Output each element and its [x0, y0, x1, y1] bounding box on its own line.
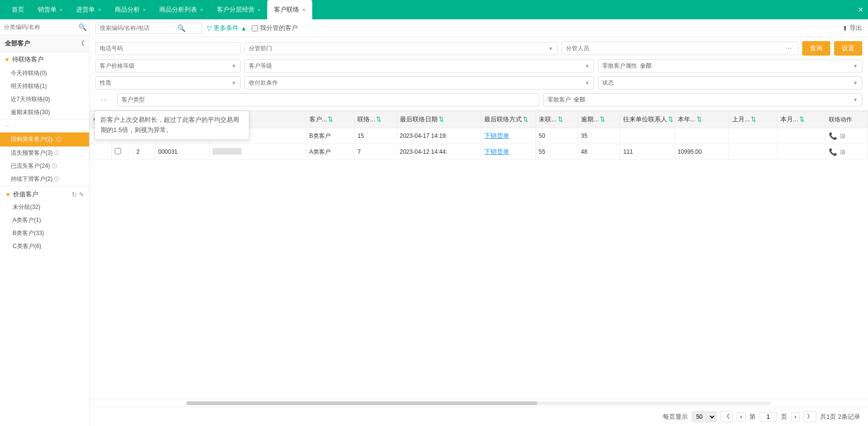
category-search-input[interactable] [4, 24, 76, 30]
sidebar-item-declining[interactable]: 持续下滑客户(2) ⓘ [0, 173, 89, 186]
close-goods-list-tab[interactable]: × [200, 7, 203, 13]
col-last-method[interactable]: 最后联络方式⇅ [481, 111, 535, 128]
col-grade[interactable]: 客户...⇅ [306, 111, 354, 128]
export-button[interactable]: ⬆ 导出 [842, 24, 862, 32]
gender-dropdown-icon: ▼ [231, 80, 236, 86]
sidebar-item-lost[interactable]: 已流失客户(24) ⓘ [0, 160, 89, 173]
table-footer: 每页显示 50 20 100 《 ‹ 第 页 › 》 共1页 2条记录 [90, 407, 868, 426]
phone-field[interactable]: 电话号码 [95, 42, 241, 55]
col-last-month[interactable]: 上月...⇅ [729, 111, 777, 128]
col-last-date[interactable]: 最后联络日期⇅ [396, 111, 481, 128]
grid-icon-1[interactable]: ⊞ [840, 132, 846, 140]
retail-attr-field[interactable]: 零散客户属性 全部 ▼ [598, 59, 862, 73]
cell-last-method-1[interactable]: 下销货单 [481, 128, 535, 144]
col-contacts[interactable]: 联络...⇅ [354, 111, 396, 128]
value-expand-arrow: ▼ [5, 191, 11, 198]
col-this-month[interactable]: 本月...⇅ [777, 111, 825, 128]
sidebar-item-c-class[interactable]: C类客户(6) [5, 240, 84, 253]
edit-icon[interactable]: ✎ [79, 191, 84, 198]
nav-customer-contact[interactable]: 客户联络 × [267, 0, 312, 19]
cell-last-date-1: 2023-04-17 14:19: [396, 128, 481, 144]
cell-last-method-2[interactable]: 下销货单 [481, 144, 535, 160]
nav-goods-analysis[interactable]: 商品分析 × [108, 0, 152, 19]
my-customers-check[interactable] [252, 25, 258, 31]
sort-contacts-icon: ⇅ [376, 116, 381, 123]
last-method-link-1[interactable]: 下销货单 [484, 132, 509, 139]
more-conditions-btn[interactable]: ▽ 更多条件 ▲ [207, 24, 247, 32]
close-customer-tier-tab[interactable]: × [258, 7, 260, 13]
window-close-button[interactable]: × [858, 5, 863, 15]
sidebar-item-ungroup[interactable]: 未分组(32) [5, 201, 84, 214]
sidebar-item-tomorrow[interactable]: 明天待联络(1) [0, 80, 89, 93]
person-field[interactable]: 分管人员 ··· [562, 42, 798, 55]
payment-dropdown-icon: ▼ [585, 80, 590, 86]
status-dropdown-icon: ▼ [853, 80, 858, 86]
pending-contact-group[interactable]: ▼ 待联络客户 [0, 52, 89, 67]
price-grade-field[interactable]: 客户价格等级 ▼ [95, 59, 241, 73]
close-purchase-tab[interactable]: × [98, 7, 101, 13]
dept-field[interactable]: 分管部门 ▼ [244, 42, 558, 55]
sidebar-item-loss-warning[interactable]: 流失预警客户(3) ⓘ [0, 147, 89, 160]
sidebar-search-area: 🔍 [0, 19, 89, 35]
row4-dots[interactable]: ··· [99, 96, 109, 104]
nav-customer-tier[interactable]: 客户分层经营 × [210, 0, 267, 19]
horizontal-scrollbar[interactable] [90, 399, 868, 407]
filter-row-2: 客户价格等级 ▼ 客户等级 ▼ 零散客户属性 全部 ▼ [95, 59, 862, 73]
cell-checkbox-2[interactable] [111, 144, 133, 160]
scrollbar-thumb[interactable] [186, 401, 537, 405]
payment-field[interactable]: 收付款条件 ▼ [244, 76, 594, 89]
call-icon-1[interactable]: 📞 [829, 132, 837, 140]
cell-company-2: 111 [620, 144, 674, 160]
info-icon-loss: ⓘ [54, 150, 60, 156]
col-no-contact[interactable]: 未联...⇅ [535, 111, 578, 128]
grid-icon-2[interactable]: ⊞ [840, 148, 846, 156]
per-page-select[interactable]: 50 20 100 [692, 411, 716, 422]
table-container[interactable]: ⚙ 客户编码⇅ 客户名称⇅ 客户...⇅ [90, 111, 868, 399]
first-page-btn[interactable]: 《 [720, 411, 733, 422]
next-page-btn[interactable]: › [791, 412, 800, 422]
last-page-btn[interactable]: 》 [804, 411, 816, 422]
cell-year-2: 10995.00 [674, 144, 729, 160]
status-field[interactable]: 状态 ▼ [598, 76, 862, 89]
customer-grade-field[interactable]: 客户等级 ▼ [244, 59, 594, 73]
last-method-link-2[interactable]: 下销货单 [484, 148, 509, 155]
row2-checkbox[interactable] [115, 148, 121, 154]
refresh-icon[interactable]: ↻ [72, 191, 77, 198]
nav-purchase[interactable]: 进货单 × [69, 0, 107, 19]
my-customers-checkbox[interactable]: 我分管的客户 [252, 24, 298, 32]
info-icon-declining: ⓘ [54, 176, 60, 182]
collapse-icon[interactable]: 《 [78, 39, 84, 48]
nav-goods-list[interactable]: 商品分析列表 × [152, 0, 210, 19]
sidebar-item-overdue[interactable]: 逾期未联络(30) [0, 106, 89, 119]
col-year[interactable]: 本年...⇅ [674, 111, 729, 128]
col-overdue[interactable]: 逾期...⇅ [578, 111, 620, 128]
sort-no-contact-icon: ⇅ [558, 116, 563, 123]
more-items-dots[interactable]: ··· [0, 119, 89, 132]
close-sales-tab[interactable]: × [60, 7, 62, 13]
nav-home[interactable]: 首页 [5, 0, 31, 19]
gender-field[interactable]: 性质 ▼ [95, 76, 241, 89]
page-number-input[interactable] [760, 412, 777, 422]
sidebar-item-a-class[interactable]: A类客户(1) [5, 214, 84, 227]
customer-type-field[interactable]: 客户类型 [117, 93, 539, 106]
col-company[interactable]: 往来单位联系人⇅ [620, 111, 674, 128]
call-icon-2[interactable]: 📞 [829, 148, 837, 156]
value-customers-group[interactable]: ▼ 价值客户 [5, 190, 38, 199]
scrollbar-track[interactable] [186, 401, 771, 405]
close-customer-contact-tab[interactable]: × [302, 7, 305, 13]
person-dots[interactable]: ··· [784, 44, 794, 53]
settings-button[interactable]: 设置 [834, 41, 862, 56]
main-search-icon[interactable]: 🔍 [177, 24, 185, 32]
sidebar-search-icon[interactable]: 🔍 [78, 23, 87, 31]
sidebar-item-7days[interactable]: 近7天待联络(0) [0, 93, 89, 106]
sidebar-item-today[interactable]: 今天待联络(0) [0, 67, 89, 80]
main-search-input[interactable] [100, 25, 177, 31]
retail-customer-field[interactable]: 零散客户 全部 ▼ [543, 93, 862, 106]
close-goods-analysis-tab[interactable]: × [143, 7, 146, 13]
expand-arrow: ▼ [4, 56, 10, 63]
query-button[interactable]: 查询 [802, 41, 830, 56]
nav-sales[interactable]: 销货单 × [31, 0, 69, 19]
prev-page-btn[interactable]: ‹ [737, 412, 746, 422]
sidebar-item-repurchase-abnormal[interactable]: 回购异常客户(2) ⓘ [0, 132, 89, 147]
sidebar-item-b-class[interactable]: B类客户(33) [5, 227, 84, 240]
